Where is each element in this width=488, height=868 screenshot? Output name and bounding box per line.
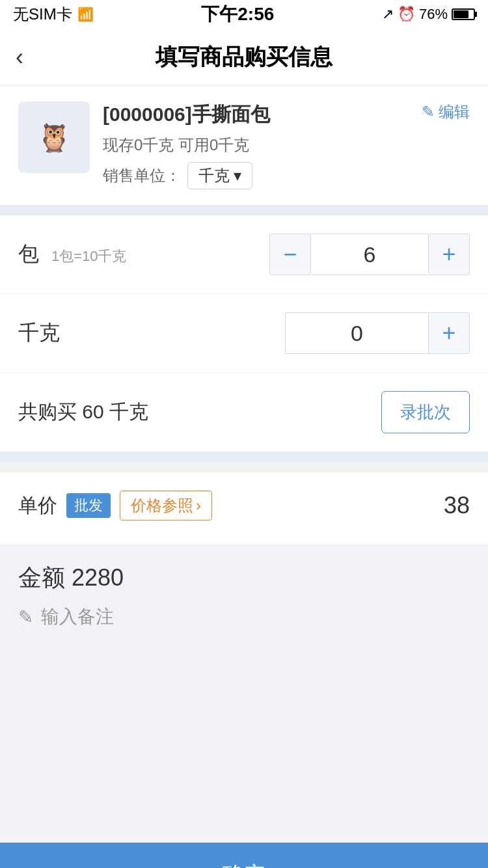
edit-button[interactable]: ✎ 编辑 [422, 102, 470, 122]
pencil-icon: ✎ [18, 606, 33, 628]
empty-space [0, 647, 488, 843]
nav-bar: ‹ 填写商品购买信息 [0, 29, 488, 86]
product-logo: 🦉 [37, 122, 71, 154]
confirm-button[interactable]: 确定 [0, 843, 488, 868]
amount-section: 金额 2280 ✎ 输入备注 [0, 544, 488, 647]
kg-quantity-row: 千克 + [0, 294, 488, 373]
unit-value: 千克 [198, 165, 230, 186]
bag-quantity-input[interactable] [311, 234, 428, 275]
product-image: 🦉 [18, 102, 90, 173]
price-ref-arrow: › [196, 496, 201, 515]
bag-minus-button[interactable]: − [269, 234, 311, 275]
divider-2 [0, 452, 488, 462]
bag-quantity-control: − + [269, 234, 470, 275]
kg-label: 千克 [18, 319, 285, 347]
back-button[interactable]: ‹ [16, 44, 23, 71]
bag-label: 包 1包=10千克 [18, 240, 269, 269]
bag-quantity-row: 包 1包=10千克 − + [0, 215, 488, 294]
status-bar: 无SIM卡 📶 下午2:56 ↗ ⏰ 76% [0, 0, 488, 29]
battery-text: 76% [419, 6, 448, 23]
note-placeholder: 输入备注 [41, 604, 114, 629]
total-text: 共购买 60 千克 [18, 399, 381, 426]
kg-quantity-control: + [285, 312, 470, 354]
wifi-icon: 📶 [77, 7, 94, 22]
price-ref-label: 价格参照 [131, 495, 193, 516]
carrier-text: 无SIM卡 [13, 4, 72, 25]
price-ref-button[interactable]: 价格参照 › [120, 491, 212, 521]
product-stock: 现存0千克 可用0千克 [103, 135, 470, 156]
status-time: 下午2:56 [201, 2, 274, 27]
page-title: 填写商品购买信息 [156, 42, 332, 72]
price-type-tag: 批发 [66, 493, 111, 518]
form-section: 包 1包=10千克 − + 千克 + 共购买 60 千克 录批次 [0, 215, 488, 452]
confirm-label: 确定 [222, 860, 266, 868]
edit-icon: ✎ [422, 103, 435, 121]
bag-hint: 1包=10千克 [51, 248, 127, 264]
content-area: 🦉 [0000006]手撕面包 现存0千克 可用0千克 销售单位： 千克 ▾ ✎… [0, 86, 488, 868]
status-left: 无SIM卡 📶 [13, 4, 94, 25]
product-card: 🦉 [0000006]手撕面包 现存0千克 可用0千克 销售单位： 千克 ▾ ✎… [0, 86, 488, 205]
product-name: [0000006]手撕面包 [103, 102, 470, 128]
unit-select[interactable]: 千克 ▾ [187, 162, 252, 189]
price-row: 单价 批发 价格参照 › 38 [18, 491, 470, 521]
status-right: ↗ ⏰ 76% [382, 6, 475, 23]
product-unit: 销售单位： 千克 ▾ [103, 162, 470, 189]
battery-icon [452, 8, 475, 20]
kg-plus-button[interactable]: + [428, 312, 470, 354]
amount-row: 金额 2280 [18, 562, 470, 594]
price-label: 单价 [18, 493, 57, 519]
unit-label: 销售单位： [103, 165, 181, 186]
batch-button[interactable]: 录批次 [381, 391, 470, 433]
edit-label: 编辑 [439, 102, 470, 122]
price-section: 单价 批发 价格参照 › 38 [0, 472, 488, 544]
location-icon: ↗ [382, 6, 394, 23]
total-row: 共购买 60 千克 录批次 [0, 373, 488, 452]
divider-1 [0, 205, 488, 215]
product-info: [0000006]手撕面包 现存0千克 可用0千克 销售单位： 千克 ▾ [103, 102, 470, 189]
amount-value: 2280 [72, 564, 124, 591]
amount-label: 金额 [18, 564, 65, 591]
unit-arrow-icon: ▾ [234, 167, 241, 185]
note-row[interactable]: ✎ 输入备注 [18, 604, 470, 647]
bag-plus-button[interactable]: + [428, 234, 470, 275]
price-value: 38 [444, 492, 470, 519]
alarm-icon: ⏰ [398, 6, 415, 23]
kg-quantity-input[interactable] [285, 312, 428, 354]
